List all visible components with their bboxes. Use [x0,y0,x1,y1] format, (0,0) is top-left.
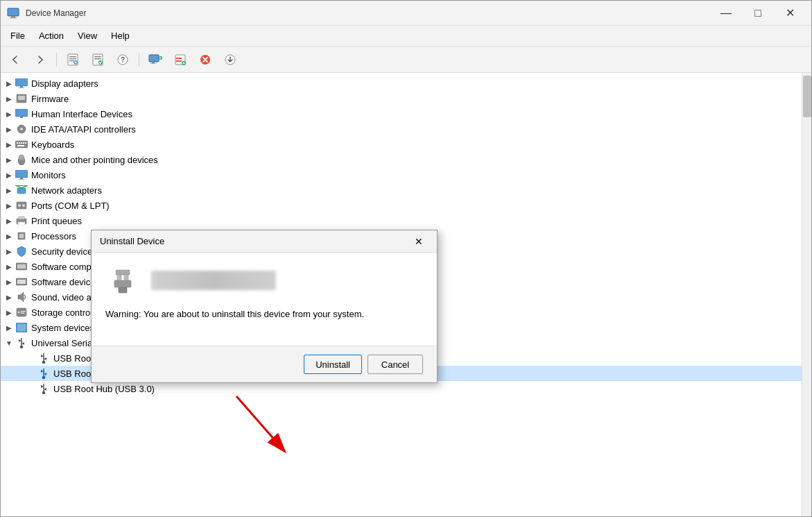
title-bar: Device Manager — □ ✕ [1,1,811,26]
tree-item-ide[interactable]: ▶ IDE ATA/ATAPI controllers [1,121,802,137]
dialog-title: Uninstall Device [100,236,409,246]
svg-point-72 [42,361,45,364]
ide-icon [15,124,28,135]
menu-action[interactable]: Action [32,28,71,44]
security-icon [15,246,28,257]
svg-rect-49 [17,188,26,194]
expand-icon: ▶ [3,307,15,318]
dialog-content: Warning: You are about to uninstall this… [92,253,437,346]
system-icon [15,322,28,333]
svg-rect-29 [19,87,24,88]
svg-rect-1 [11,16,15,17]
tree-item-display-adapters[interactable]: ▶ Display adapters [1,76,802,91]
svg-rect-18 [150,63,156,64]
svg-rect-0 [8,8,19,16]
svg-rect-37 [17,142,18,144]
svg-rect-41 [25,142,26,144]
svg-rect-11 [94,56,101,58]
svg-rect-76 [114,280,131,287]
expand-icon: ▶ [3,261,15,272]
menu-bar: File Action View Help [1,26,811,46]
expand-icon: ▶ [3,215,15,226]
processors-label: Processors [31,231,76,241]
tree-item-hid[interactable]: ▶ Human Interface Devices [1,106,802,121]
menu-file[interactable]: File [3,28,32,44]
uninstall-button[interactable]: Uninstall [304,355,362,374]
dialog-close-button[interactable]: ✕ [409,232,429,251]
svg-point-73 [42,376,45,379]
cancel-button[interactable]: Cancel [368,355,423,374]
svg-rect-21 [176,60,182,62]
ide-label: IDE ATA/ATAPI controllers [31,124,136,135]
menu-help[interactable]: Help [104,28,137,44]
usb-hub-2-icon [37,368,51,379]
properties-button[interactable] [61,49,85,70]
software-dev-label: Software devices [31,277,100,287]
scrollbar-thumb[interactable] [803,76,811,117]
ports-icon [15,200,28,211]
software-dev-icon [15,276,28,287]
svg-rect-42 [17,145,24,146]
print-label: Print queues [31,216,82,226]
svg-rect-46 [15,170,28,178]
svg-rect-75 [119,287,127,293]
svg-rect-17 [152,62,155,63]
dialog-device-icon [105,266,140,294]
scan-button[interactable] [144,49,167,70]
svg-rect-36 [15,141,28,148]
svg-rect-58 [18,222,25,225]
tree-item-keyboards[interactable]: ▶ Keyboards [1,137,802,152]
tree-item-network[interactable]: ▶ Network adapters [1,183,802,198]
help-button[interactable]: ? [111,49,135,70]
monitors-label: Monitors [31,170,66,180]
tree-item-mice[interactable]: ▶ Mice and other pointing devices [1,152,802,167]
svg-rect-79 [116,270,130,275]
usb-hub-3-icon [37,383,51,394]
tree-item-usb-hub-3[interactable]: USB Root Hub (USB 3.0) [1,381,802,396]
expand-icon: ▶ [3,230,15,241]
dialog-device-row [105,266,423,294]
keyboards-label: Keyboards [31,139,74,150]
minimize-button[interactable]: — [710,1,742,26]
svg-rect-32 [15,109,28,117]
expand-icon [26,383,37,394]
tree-item-firmware[interactable]: ▶ Firmware [1,91,802,106]
expand-icon: ▶ [3,124,15,135]
svg-rect-38 [19,142,20,144]
storage-icon [15,307,28,318]
tree-item-monitors[interactable]: ▶ Monitors [1,167,802,183]
toolbar: ? [1,46,811,73]
remove-button[interactable] [193,49,217,70]
download-button[interactable] [218,49,242,70]
scrollbar[interactable] [802,73,811,516]
back-button[interactable] [3,49,27,70]
svg-rect-5 [69,58,76,60]
expand-icon: ▶ [3,246,15,257]
monitors-icon [15,169,28,180]
svg-text:?: ? [121,56,125,64]
svg-rect-9 [75,62,77,62]
dialog-buttons: Uninstall Cancel [92,346,437,382]
processors-icon [15,230,28,241]
menu-view[interactable]: View [71,28,104,44]
update-driver-button[interactable] [86,49,110,70]
tree-item-ports[interactable]: ▶ Ports (COM & LPT) [1,198,802,213]
expand-icon: ▶ [3,154,15,165]
add-button[interactable] [169,49,192,70]
svg-rect-24 [183,62,185,63]
tree-item-print[interactable]: ▶ Print queues [1,213,802,228]
display-adapters-label: Display adapters [31,78,98,89]
svg-rect-57 [19,217,24,219]
print-icon [15,215,28,226]
toolbar-separator-2 [139,53,139,67]
expand-icon: ▶ [3,139,15,150]
maximize-button[interactable]: □ [742,1,774,26]
close-button[interactable]: ✕ [774,1,806,26]
svg-rect-47 [20,178,23,179]
svg-rect-2 [10,17,17,19]
svg-rect-6 [69,60,74,62]
expand-icon: ▶ [3,276,15,287]
forward-button[interactable] [28,49,52,70]
svg-rect-12 [94,58,101,60]
svg-rect-48 [19,179,24,180]
